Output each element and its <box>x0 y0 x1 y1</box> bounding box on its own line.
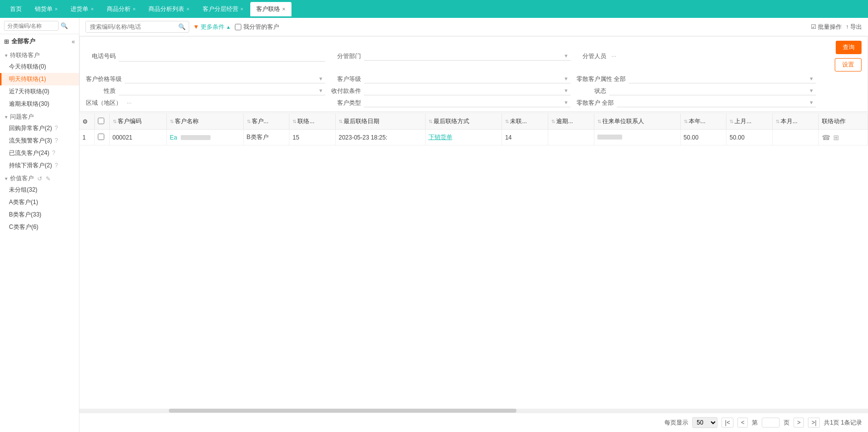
sort-icon: ⇅ <box>247 119 251 124</box>
edit-icon[interactable]: ✎ <box>46 175 51 182</box>
prev-page-button[interactable]: < <box>737 418 748 428</box>
qr-action-icon[interactable]: ⊞ <box>833 134 839 142</box>
filter-cell-dept: 分管部门 ▼ <box>331 52 577 61</box>
sidebar-item-today-pending[interactable]: 今天待联络(0) <box>0 61 79 73</box>
chevron-down-icon: ▼ <box>318 76 323 81</box>
sidebar-item-repurchase-anomaly[interactable]: 回购异常客户(2) ? <box>0 122 79 135</box>
batch-operation-button[interactable]: ☑ 批量操作 <box>811 23 842 31</box>
page-size-select[interactable]: 20 50 100 <box>692 417 718 428</box>
filter-label-customer-level: 客户等级 <box>331 75 361 83</box>
sidebar-all-customers[interactable]: ⊞ 全部客户 « <box>0 34 79 49</box>
settings-button[interactable]: 设置 <box>835 58 862 72</box>
filter-select-payment[interactable]: ▼ <box>364 86 571 95</box>
first-page-button[interactable]: |< <box>722 418 733 428</box>
sidebar-item-churned[interactable]: 已流失客户(24) ? <box>0 147 79 159</box>
select-all-checkbox[interactable] <box>98 118 104 124</box>
cell-this-year: 50.00 <box>680 130 726 145</box>
col-last-contact-date[interactable]: ⇅ 最后联络日期 <box>335 114 425 130</box>
filter-select-retail-attr[interactable]: ▼ <box>629 74 816 83</box>
close-product-analysis-icon[interactable]: × <box>133 6 136 12</box>
refresh-icon[interactable]: ↺ <box>37 175 42 182</box>
nav-purchase-order[interactable]: 进货单 × <box>65 2 99 16</box>
col-unit-contact[interactable]: ⇅ 往来单位联系人 <box>594 114 680 130</box>
help-icon: ? <box>55 125 58 132</box>
current-page-input[interactable]: 1 <box>762 418 780 428</box>
sidebar-item-class-c[interactable]: C类客户(6) <box>0 221 79 233</box>
col-last-month[interactable]: ⇅ 上月... <box>726 114 773 130</box>
sidebar-item-ungrouped[interactable]: 未分组(32) <box>0 184 79 196</box>
col-settings[interactable]: ⚙ <box>79 114 94 130</box>
sidebar-group-pending-contact[interactable]: 待联络客户 <box>0 49 79 61</box>
query-button[interactable]: 查询 <box>836 41 862 54</box>
close-customer-contact-icon[interactable]: × <box>282 6 285 12</box>
filter-select-customer-level[interactable]: ▼ <box>364 74 571 83</box>
next-page-button[interactable]: > <box>794 418 804 428</box>
sidebar-search-icon[interactable]: 🔍 <box>61 22 68 29</box>
filter-toggle[interactable]: ▼ 更多条件 ▲ <box>193 23 231 31</box>
close-purchase-order-icon[interactable]: × <box>90 6 93 12</box>
page-label-end: 页 <box>784 419 790 427</box>
nav-home[interactable]: 首页 <box>4 2 28 16</box>
scrollbar-thumb[interactable] <box>169 409 516 413</box>
col-uncontacted[interactable]: ⇅ 未联... <box>502 114 548 130</box>
close-sales-order-icon[interactable]: × <box>55 6 58 12</box>
col-action: 联络动作 <box>818 114 868 130</box>
col-checkbox[interactable] <box>94 114 109 130</box>
cell-name[interactable]: Ea <box>166 130 243 145</box>
filter-dots-region[interactable]: ··· <box>125 99 134 106</box>
nav-product-analysis[interactable]: 商品分析 × <box>101 2 142 16</box>
filter-select-retail-customer[interactable]: ▼ <box>617 98 816 107</box>
sidebar-group-value-customers[interactable]: 价值客户 ↺ ✎ <box>0 172 79 184</box>
chevron-down-icon: ▼ <box>564 76 569 81</box>
col-customer-code[interactable]: ⇅ 客户编码 <box>109 114 166 130</box>
my-customers-checkbox-wrap[interactable]: 我分管的客户 <box>235 23 279 31</box>
col-last-contact-method[interactable]: ⇅ 最后联络方式 <box>425 114 502 130</box>
nav-sales-order[interactable]: 销货单 × <box>29 2 64 16</box>
filter-select-price-level[interactable]: ▼ <box>125 74 325 83</box>
nav-customer-stratification[interactable]: 客户分层经营 × <box>197 2 249 16</box>
filter-label-customer-type: 客户类型 <box>331 99 361 107</box>
my-customers-checkbox[interactable] <box>235 24 241 30</box>
filter-select-dept[interactable]: ▼ <box>364 52 571 61</box>
chevron-down-icon: ▼ <box>564 53 569 59</box>
nav-customer-contact[interactable]: 客户联络 × <box>250 2 291 16</box>
cell-checkbox[interactable] <box>94 130 109 145</box>
sidebar-item-class-b[interactable]: B类客户(33) <box>0 209 79 221</box>
sidebar-item-overdue-contact[interactable]: 逾期未联络(30) <box>0 98 79 110</box>
search-input[interactable] <box>86 21 175 32</box>
export-button[interactable]: ↑ 导出 <box>846 23 862 31</box>
filter-input-phone[interactable] <box>119 51 325 62</box>
close-customer-stratification-icon[interactable]: × <box>240 6 243 12</box>
col-this-month[interactable]: ⇅ 本月... <box>773 114 819 130</box>
nav-product-analysis-list[interactable]: 商品分析列表 × <box>143 2 195 16</box>
sidebar-item-class-a[interactable]: A类客户(1) <box>0 196 79 209</box>
sidebar-item-7days-pending[interactable]: 近7天待联络(0) <box>0 85 79 98</box>
sort-icon: ⇅ <box>684 119 688 124</box>
col-customer-name[interactable]: ⇅ 客户名称 <box>166 114 243 130</box>
collapse-icon[interactable]: « <box>72 38 75 45</box>
contact-action-icon[interactable]: ☎ <box>822 134 830 142</box>
filter-select-status[interactable]: ▼ <box>609 86 816 95</box>
filter-row-3: 性质 ▼ 收付款条件 ▼ 状态 <box>86 86 862 95</box>
horizontal-scrollbar[interactable] <box>79 409 868 413</box>
search-bar: 🔍 <box>85 21 189 33</box>
chevron-down-icon: ▼ <box>809 100 814 105</box>
col-this-year[interactable]: ⇅ 本年... <box>680 114 726 130</box>
cell-last-contact-method[interactable]: 下销货单 <box>425 130 502 145</box>
sidebar-item-churn-warning[interactable]: 流失预警客户(3) ? <box>0 135 79 147</box>
row-checkbox[interactable] <box>98 134 104 140</box>
col-overdue[interactable]: ⇅ 逾期... <box>548 114 594 130</box>
filter-dots-manager[interactable]: ··· <box>609 53 618 60</box>
col-customer-type[interactable]: ⇅ 客户... <box>243 114 289 130</box>
sidebar-item-continuous-decline[interactable]: 持续下滑客户(2) ? <box>0 159 79 172</box>
search-button[interactable]: 🔍 <box>175 21 189 32</box>
col-contact-count[interactable]: ⇅ 联络... <box>289 114 336 130</box>
filter-select-customer-type[interactable]: ▼ <box>364 98 571 107</box>
last-page-button[interactable]: >| <box>808 418 820 428</box>
sidebar-item-tomorrow-pending[interactable]: 明天待联络(1) <box>0 73 79 85</box>
settings-icon[interactable]: ⚙ <box>82 118 88 125</box>
sidebar-group-problem-customers[interactable]: 问题客户 <box>0 110 79 122</box>
filter-select-nature[interactable]: ▼ <box>119 86 325 95</box>
close-product-analysis-list-icon[interactable]: × <box>186 6 189 12</box>
sidebar-search-input[interactable] <box>4 21 59 31</box>
